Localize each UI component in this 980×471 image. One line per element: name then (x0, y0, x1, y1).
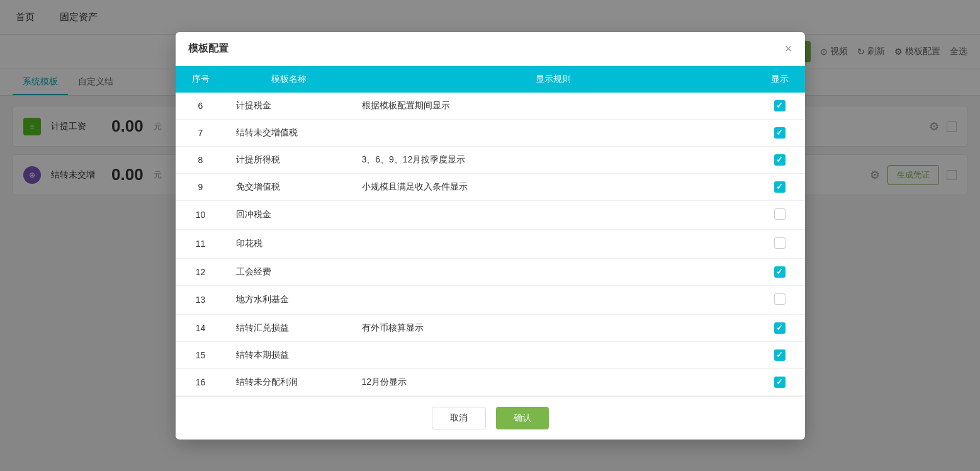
table-row: 7结转未交增值税 (176, 119, 805, 146)
row-checkbox[interactable] (774, 322, 786, 334)
modal-header: 模板配置 × (176, 32, 805, 66)
row-id: 6 (176, 93, 226, 120)
row-display-cell (755, 341, 805, 368)
row-name: 回冲税金 (226, 200, 352, 229)
row-id: 7 (176, 119, 226, 146)
row-rule: 12月份显示 (352, 368, 755, 395)
table-row: 14结转汇兑损益有外币核算显示 (176, 314, 805, 341)
row-checkbox[interactable] (774, 266, 786, 278)
row-id: 10 (176, 200, 226, 229)
row-id: 8 (176, 146, 226, 173)
row-id: 9 (176, 173, 226, 200)
col-header-id: 序号 (176, 66, 226, 93)
table-row: 11印花税 (176, 229, 805, 258)
row-id: 11 (176, 229, 226, 258)
row-display-cell (755, 314, 805, 341)
col-header-name: 模板名称 (226, 66, 352, 93)
row-display-cell (755, 173, 805, 200)
template-config-modal: 模板配置 × 序号 模板名称 显示规则 显示 6计提税金根据模板配置期间显示7结… (176, 32, 805, 440)
row-rule (352, 285, 755, 314)
row-rule (352, 258, 755, 285)
table-row: 9免交增值税小规模且满足收入条件显示 (176, 173, 805, 200)
row-display-cell (755, 368, 805, 395)
row-checkbox[interactable] (774, 349, 786, 361)
modal-title: 模板配置 (188, 42, 228, 55)
row-checkbox[interactable] (774, 127, 786, 139)
table-row: 6计提税金根据模板配置期间显示 (176, 93, 805, 120)
row-name: 结转汇兑损益 (226, 314, 352, 341)
modal-overlay: 模板配置 × 序号 模板名称 显示规则 显示 6计提税金根据模板配置期间显示7结… (0, 0, 980, 471)
col-header-rule: 显示规则 (352, 66, 755, 93)
row-name: 免交增值税 (226, 173, 352, 200)
row-checkbox[interactable] (774, 237, 786, 249)
row-name: 计提所得税 (226, 146, 352, 173)
row-display-cell (755, 258, 805, 285)
row-id: 13 (176, 285, 226, 314)
row-name: 印花税 (226, 229, 352, 258)
row-id: 14 (176, 314, 226, 341)
table-row: 13地方水利基金 (176, 285, 805, 314)
row-checkbox[interactable] (774, 154, 786, 166)
row-checkbox[interactable] (774, 181, 786, 193)
row-display-cell (755, 119, 805, 146)
row-checkbox[interactable] (774, 293, 786, 305)
row-name: 结转本期损益 (226, 341, 352, 368)
table-row: 8计提所得税3、6、9、12月按季度显示 (176, 146, 805, 173)
row-name: 结转未交增值税 (226, 119, 352, 146)
row-name: 地方水利基金 (226, 285, 352, 314)
modal-footer: 取消 确认 (176, 396, 805, 440)
row-display-cell (755, 200, 805, 229)
row-id: 12 (176, 258, 226, 285)
modal-close-button[interactable]: × (785, 42, 792, 55)
row-checkbox[interactable] (774, 100, 786, 111)
row-name: 工会经费 (226, 258, 352, 285)
row-name: 计提税金 (226, 93, 352, 120)
row-rule: 根据模板配置期间显示 (352, 93, 755, 120)
row-display-cell (755, 285, 805, 314)
row-rule: 有外币核算显示 (352, 314, 755, 341)
row-rule (352, 119, 755, 146)
row-checkbox[interactable] (774, 377, 786, 388)
config-table: 序号 模板名称 显示规则 显示 6计提税金根据模板配置期间显示7结转未交增值税8… (176, 66, 805, 396)
row-display-cell (755, 93, 805, 120)
row-rule (352, 341, 755, 368)
table-row: 10回冲税金 (176, 200, 805, 229)
confirm-button[interactable]: 确认 (496, 407, 549, 429)
row-rule (352, 200, 755, 229)
cancel-button[interactable]: 取消 (432, 407, 486, 429)
row-display-cell (755, 146, 805, 173)
table-row: 15结转本期损益 (176, 341, 805, 368)
row-name: 结转未分配利润 (226, 368, 352, 395)
table-row: 16结转未分配利润12月份显示 (176, 368, 805, 395)
row-checkbox[interactable] (774, 208, 786, 220)
row-rule: 3、6、9、12月按季度显示 (352, 146, 755, 173)
col-header-display: 显示 (755, 66, 805, 93)
row-id: 15 (176, 341, 226, 368)
row-display-cell (755, 229, 805, 258)
row-id: 16 (176, 368, 226, 395)
row-rule (352, 229, 755, 258)
row-rule: 小规模且满足收入条件显示 (352, 173, 755, 200)
table-row: 12工会经费 (176, 258, 805, 285)
modal-body: 序号 模板名称 显示规则 显示 6计提税金根据模板配置期间显示7结转未交增值税8… (176, 66, 805, 396)
